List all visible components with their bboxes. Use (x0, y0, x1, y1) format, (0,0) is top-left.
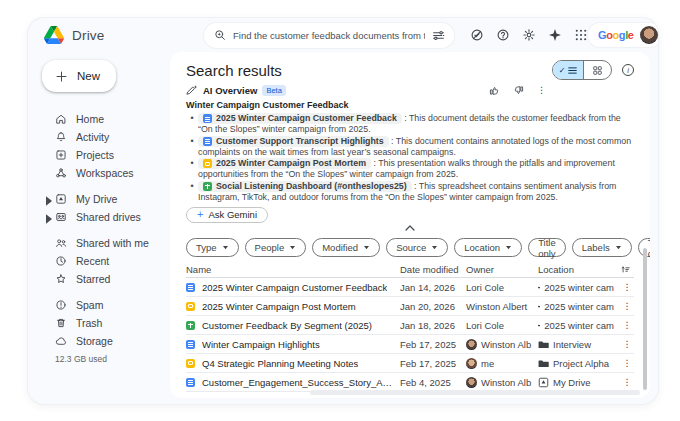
vertical-scrollbar[interactable] (643, 248, 647, 390)
search-filters-icon[interactable] (432, 29, 445, 42)
sidebar-item-storage[interactable]: Storage (42, 332, 170, 350)
sidebar-item-starred[interactable]: Starred (42, 270, 170, 288)
date-modified: Feb 17, 2025 (400, 358, 460, 369)
filter-title-only[interactable]: Title only (528, 238, 566, 257)
grid-view-icon (593, 66, 602, 75)
file-location: My Drive (553, 377, 590, 388)
file-chip[interactable]: 2025 Winter Campaign Customer Feedback (198, 113, 402, 124)
filter-people[interactable]: People (245, 238, 307, 257)
apps-grid-icon[interactable] (574, 28, 588, 42)
collapse-ai-overview[interactable] (186, 225, 634, 231)
docs-file-icon (186, 340, 195, 349)
user-avatar[interactable] (640, 26, 658, 44)
expand-chevron-icon[interactable] (43, 195, 55, 207)
gemini-sparkle-icon[interactable] (548, 28, 562, 42)
col-header-location[interactable]: Location (538, 264, 614, 275)
plus-icon (55, 70, 68, 83)
slides-file-icon (186, 302, 195, 311)
shared-drives-icon (55, 211, 67, 223)
filter-type[interactable]: Type (186, 238, 239, 257)
sidebar-item-spam[interactable]: Spam (42, 296, 170, 314)
col-header-date[interactable]: Date modified (400, 264, 460, 275)
row-menu-icon[interactable]: ⋮ (620, 320, 634, 330)
connection-status-icon[interactable] (470, 28, 484, 42)
my-drive-location-icon (538, 377, 549, 388)
row-menu-icon[interactable]: ⋮ (620, 339, 634, 349)
file-chip[interactable]: Social Listening Dashboard (#ontheslopes… (198, 181, 412, 192)
sidebar-item-projects[interactable]: Projects (42, 146, 170, 164)
sidebar-item-trash[interactable]: Trash (42, 314, 170, 332)
table-row[interactable]: 2025 Winter Campaign Post Mortem Jan 20,… (186, 297, 634, 316)
top-bar-actions (470, 28, 588, 42)
table-row[interactable]: Customer Feedback By Segment (2025) Jan … (186, 316, 634, 335)
date-modified: Jan 20, 2026 (400, 301, 460, 312)
search-query-text[interactable]: Find the customer feedback documents fro… (233, 30, 425, 41)
ai-summary-title: Winter Campaign Customer Feedback (186, 100, 634, 110)
grid-view-toggle[interactable] (583, 61, 611, 79)
col-header-name[interactable]: Name (186, 264, 394, 275)
view-toggle: ✓ (552, 60, 612, 80)
sidebar-item-shared-with-me[interactable]: Shared with me (42, 234, 170, 252)
details-info-button[interactable]: i (622, 64, 634, 76)
sidebar-item-activity[interactable]: Activity (42, 128, 170, 146)
help-icon[interactable] (496, 28, 510, 42)
ask-gemini-button[interactable]: + Ask Gemini (186, 207, 268, 223)
thumbs-down-icon[interactable] (513, 85, 524, 96)
sidebar-item-my-drive[interactable]: My Drive (42, 190, 170, 208)
owner-name: Winston Albert (466, 301, 527, 312)
owner-name: Winston Alb... (481, 377, 532, 388)
row-menu-icon[interactable]: ⋮ (620, 358, 634, 368)
owner-avatar (466, 377, 477, 388)
ai-overview-header: AI Overview Beta ⋮ (186, 84, 634, 96)
table-row[interactable]: Winter Campaign Highlights Feb 17, 2025 … (186, 335, 634, 354)
ai-overview-menu-icon[interactable]: ⋮ (537, 85, 546, 95)
page-title: Search results (186, 62, 282, 79)
home-icon (55, 113, 67, 125)
table-row[interactable]: 2025 Winter Campaign Customer Feedback J… (186, 278, 634, 297)
filter-location[interactable]: Location (454, 238, 522, 257)
file-chip[interactable]: Customer Support Transcript Highlights (198, 136, 389, 147)
caret-down-icon (431, 245, 438, 250)
search-icon (214, 29, 226, 41)
table-row[interactable]: Q4 Strategic Planning Meeting Notes Feb … (186, 354, 634, 373)
sort-order-icon[interactable] (620, 264, 631, 275)
files-table: Name Date modified Owner Location 2025 W… (186, 262, 634, 392)
settings-gear-icon[interactable] (522, 28, 536, 42)
sidebar-item-workspaces[interactable]: Workspaces (42, 164, 170, 182)
new-button[interactable]: New (42, 60, 116, 92)
list-view-icon (568, 66, 577, 75)
date-modified: Feb 17, 2025 (400, 339, 460, 350)
col-header-owner[interactable]: Owner (466, 264, 532, 275)
date-modified: Feb 4, 2025 (400, 377, 460, 388)
list-view-toggle[interactable]: ✓ (553, 61, 583, 79)
account-pill[interactable]: Google (588, 23, 658, 47)
row-menu-icon[interactable]: ⋮ (620, 301, 634, 311)
app-body: New Home Activity Projects Workspaces (28, 52, 658, 404)
caret-down-icon (289, 245, 296, 250)
projects-icon (55, 149, 67, 161)
expand-chevron-icon[interactable] (43, 213, 55, 225)
owner-name: Winston Alb... (481, 339, 532, 350)
docs-file-icon (186, 378, 195, 387)
filter-labels[interactable]: Labels (572, 238, 632, 257)
drive-logo-area[interactable]: Drive (44, 26, 204, 44)
chevron-up-icon (405, 225, 415, 231)
slides-file-icon (186, 359, 195, 368)
sidebar-item-home[interactable]: Home (42, 110, 170, 128)
horizontal-scrollbar[interactable] (310, 390, 640, 395)
sidebar-item-shared-drives[interactable]: Shared drives (42, 208, 170, 226)
table-header-row: Name Date modified Owner Location (186, 262, 634, 278)
workspaces-icon (55, 167, 67, 179)
search-bar[interactable]: Find the customer feedback documents fro… (204, 23, 454, 48)
owner-name: Lori Cole (466, 320, 504, 331)
file-chip[interactable]: 2025 Winter Campaign Post Mortem (198, 158, 371, 169)
row-menu-icon[interactable]: ⋮ (620, 377, 634, 387)
caret-down-icon (505, 245, 512, 250)
caret-down-icon (363, 245, 370, 250)
row-menu-icon[interactable]: ⋮ (620, 282, 634, 292)
caret-down-icon (615, 245, 622, 250)
filter-modified[interactable]: Modified (312, 238, 380, 257)
filter-source[interactable]: Source (386, 238, 448, 257)
sidebar-item-recent[interactable]: Recent (42, 252, 170, 270)
thumbs-up-icon[interactable] (489, 85, 500, 96)
